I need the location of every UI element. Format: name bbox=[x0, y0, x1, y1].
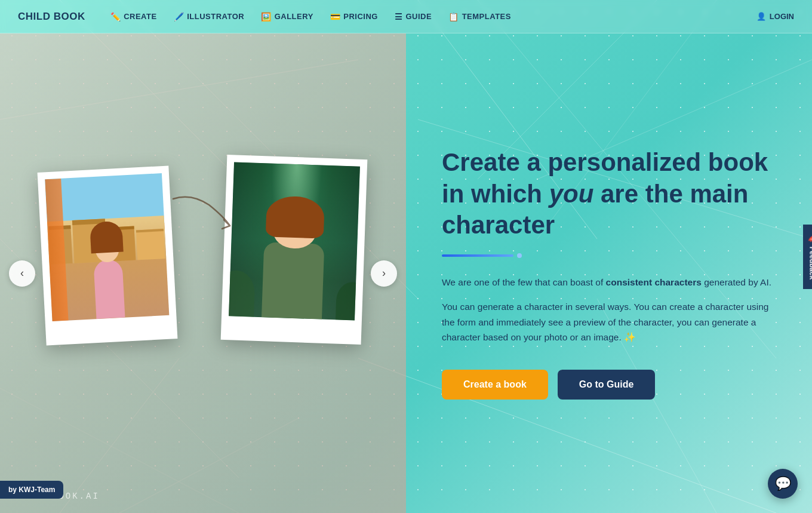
kwj-badge[interactable]: by KWJ-Team bbox=[0, 481, 63, 499]
pencil-icon: ✏️ bbox=[110, 12, 121, 21]
image-panel: ‹ bbox=[0, 33, 406, 513]
user-icon: 👤 bbox=[756, 12, 766, 21]
title-underline bbox=[442, 253, 776, 258]
desc1-end: generated by AI. bbox=[702, 277, 771, 287]
nav-link-pricing[interactable]: 💳 PRICING bbox=[323, 8, 385, 25]
arrow-decoration bbox=[167, 187, 239, 243]
polaroid-container bbox=[30, 139, 376, 408]
sparkle-icon: ✨ bbox=[624, 332, 636, 342]
nav-link-guide[interactable]: ☰ GUIDE bbox=[387, 8, 439, 25]
nav-links: ✏️ CREATE 🖊️ ILLUSTRATOR 🖼️ GALLERY 💳 PR… bbox=[103, 8, 756, 25]
feedback-tab[interactable]: 🔖 Feedback bbox=[803, 224, 812, 288]
desc1-start: We are one of the few that can boast of bbox=[442, 277, 606, 287]
description-2: You can generate a character in several … bbox=[442, 299, 776, 346]
chevron-left-icon: ‹ bbox=[20, 267, 24, 279]
card-icon: 💳 bbox=[330, 12, 341, 21]
menu-icon: ☰ bbox=[395, 12, 403, 21]
chat-icon: 💬 bbox=[775, 476, 791, 492]
go-to-guide-button[interactable]: Go to Guide bbox=[558, 370, 656, 400]
nav-link-templates[interactable]: 📋 TEMPLATES bbox=[441, 8, 518, 25]
gallery-icon: 🖼️ bbox=[261, 12, 272, 21]
templates-icon: 📋 bbox=[448, 12, 459, 21]
carousel-prev-button[interactable]: ‹ bbox=[9, 260, 35, 287]
chevron-right-icon: › bbox=[382, 267, 386, 279]
description-1: We are one of the few that can boast of … bbox=[442, 275, 776, 290]
login-button[interactable]: 👤 LOGIN bbox=[756, 12, 794, 21]
hero-title: Create a personalized book in which you … bbox=[442, 147, 776, 241]
desc2-text: You can generate a character in several … bbox=[442, 302, 768, 342]
desc1-bold: consistent characters bbox=[606, 277, 702, 287]
polaroid-left bbox=[38, 165, 178, 345]
nav-link-illustrator[interactable]: 🖊️ ILLUSTRATOR bbox=[167, 8, 252, 25]
chat-button[interactable]: 💬 bbox=[768, 469, 798, 499]
pen-icon: 🖊️ bbox=[174, 12, 184, 21]
cta-buttons: Create a book Go to Guide bbox=[442, 370, 776, 400]
main-content: ‹ bbox=[0, 33, 812, 513]
create-book-button[interactable]: Create a book bbox=[442, 370, 548, 400]
bookmark-icon: 🔖 bbox=[808, 234, 812, 242]
polaroid-right bbox=[221, 154, 368, 344]
underline-bar bbox=[442, 254, 513, 257]
underline-dot bbox=[517, 253, 522, 258]
nav-link-gallery[interactable]: 🖼️ GALLERY bbox=[254, 8, 321, 25]
content-panel: Create a personalized book in which you … bbox=[406, 123, 812, 423]
navbar: CHILD BOOK ✏️ CREATE 🖊️ ILLUSTRATOR 🖼️ G… bbox=[0, 0, 812, 33]
nav-link-create[interactable]: ✏️ CREATE bbox=[103, 8, 164, 25]
hero-title-italic: you bbox=[549, 180, 594, 208]
carousel-next-button[interactable]: › bbox=[371, 260, 397, 287]
nav-logo[interactable]: CHILD BOOK bbox=[18, 11, 85, 23]
